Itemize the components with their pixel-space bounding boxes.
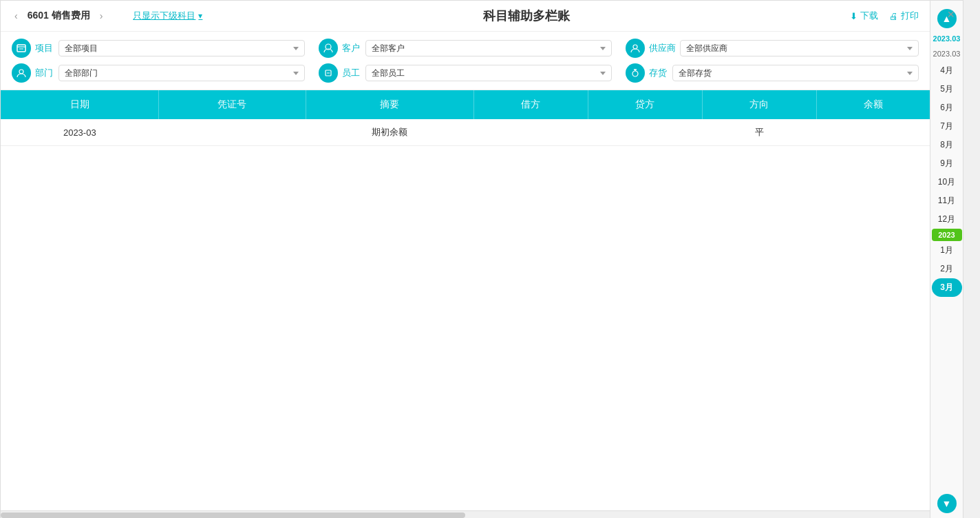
filter-bar: 项目 全部项目 客户 全部客户 bbox=[1, 32, 930, 90]
show-sub-label: 只显示下级科目 bbox=[133, 10, 195, 22]
employee-select[interactable]: 全部员工 bbox=[365, 65, 612, 81]
sidebar-period-10[interactable]: 10月 bbox=[932, 173, 962, 191]
sidebar-period-2023-03[interactable]: 2023.03 bbox=[932, 46, 962, 61]
col-summary: 摘要 bbox=[306, 90, 473, 119]
horizontal-scrollbar[interactable] bbox=[1, 510, 930, 518]
employee-label: 员工 bbox=[342, 67, 361, 79]
filter-inventory: 存货 全部存货 bbox=[626, 63, 919, 83]
inventory-select[interactable]: 全部存货 bbox=[672, 65, 919, 81]
sidebar-period-3-active[interactable]: 3月 bbox=[932, 278, 962, 297]
filter-customer: 客户 全部客户 bbox=[319, 39, 612, 58]
sidebar-period-12[interactable]: 12月 bbox=[932, 210, 962, 229]
sidebar-period-2023-03-top[interactable]: 2023.03 bbox=[932, 31, 962, 46]
right-sidebar: ▲ 2023.03 2023.03 4月 5月 6月 7月 8月 9月 10月 … bbox=[930, 1, 963, 518]
print-button[interactable]: 🖨 打印 bbox=[889, 10, 919, 22]
sidebar-period-2[interactable]: 2月 bbox=[932, 260, 962, 278]
svg-point-3 bbox=[633, 45, 637, 49]
top-actions: ⬇ 下载 🖨 打印 bbox=[850, 10, 919, 22]
inventory-icon bbox=[626, 63, 645, 83]
department-select[interactable]: 全部部门 bbox=[58, 65, 305, 81]
ledger-table: 日期 凭证号 摘要 借方 贷方 方向 余额 2023-03期初余额平 bbox=[1, 90, 930, 146]
svg-point-7 bbox=[632, 71, 638, 76]
sidebar-period-8[interactable]: 8月 bbox=[932, 136, 962, 154]
project-select[interactable]: 全部项目 bbox=[58, 40, 305, 56]
prev-arrow[interactable]: ‹ bbox=[12, 9, 21, 23]
col-date: 日期 bbox=[1, 90, 159, 119]
supplier-select[interactable]: 全部供应商 bbox=[680, 40, 919, 56]
department-icon bbox=[12, 63, 31, 83]
close-button[interactable]: × bbox=[947, 8, 955, 22]
filter-employee: 员工 全部员工 bbox=[319, 63, 612, 83]
show-sub-select[interactable]: 只显示下级科目 ▾ bbox=[133, 10, 202, 22]
sidebar-down-arrow[interactable]: ▼ bbox=[937, 494, 957, 513]
svg-rect-0 bbox=[17, 45, 25, 52]
filter-supplier: 供应商 全部供应商 bbox=[626, 39, 919, 58]
employee-icon bbox=[319, 63, 338, 83]
download-icon: ⬇ bbox=[850, 11, 858, 21]
project-icon bbox=[12, 39, 31, 58]
table-row: 2023-03期初余额平 bbox=[1, 119, 930, 146]
col-balance: 余额 bbox=[817, 90, 930, 119]
sidebar-period-11[interactable]: 11月 bbox=[932, 191, 962, 210]
chevron-down-icon: ▾ bbox=[198, 11, 202, 21]
sidebar-period-7[interactable]: 7月 bbox=[932, 117, 962, 136]
sidebar-period-9[interactable]: 9月 bbox=[932, 154, 962, 173]
inventory-label: 存货 bbox=[649, 67, 668, 79]
col-credit: 贷方 bbox=[588, 90, 702, 119]
col-direction: 方向 bbox=[702, 90, 816, 119]
svg-point-4 bbox=[19, 70, 23, 74]
col-debit: 借方 bbox=[473, 90, 588, 119]
table-header-row: 日期 凭证号 摘要 借方 贷方 方向 余额 bbox=[1, 90, 930, 119]
customer-icon bbox=[319, 39, 338, 58]
sidebar-period-6[interactable]: 6月 bbox=[932, 99, 962, 117]
filter-project: 项目 全部项目 bbox=[12, 39, 305, 58]
col-voucher: 凭证号 bbox=[159, 90, 306, 119]
department-label: 部门 bbox=[35, 67, 54, 79]
project-label: 项目 bbox=[35, 42, 54, 54]
filter-department: 部门 全部部门 bbox=[12, 63, 305, 83]
sidebar-year-2023[interactable]: 2023 bbox=[932, 229, 962, 241]
supplier-label: 供应商 bbox=[649, 42, 676, 54]
download-button[interactable]: ⬇ 下载 bbox=[850, 10, 878, 22]
table-container[interactable]: 日期 凭证号 摘要 借方 贷方 方向 余额 2023-03期初余额平 bbox=[1, 90, 930, 510]
customer-select[interactable]: 全部客户 bbox=[365, 40, 612, 56]
main-content: 日期 凭证号 摘要 借方 贷方 方向 余额 2023-03期初余额平 bbox=[1, 90, 930, 518]
print-icon: 🖨 bbox=[889, 11, 898, 21]
sidebar-period-4[interactable]: 4月 bbox=[932, 61, 962, 80]
account-code: 6601 销售费用 bbox=[28, 10, 90, 22]
top-bar: ‹ 6601 销售费用 › 只显示下级科目 ▾ 科目辅助多栏账 ⬇ 下载 🖨 打… bbox=[1, 1, 930, 32]
supplier-icon bbox=[626, 39, 645, 58]
page-title: 科目辅助多栏账 bbox=[209, 8, 843, 24]
sidebar-period-1[interactable]: 1月 bbox=[932, 241, 962, 260]
next-arrow[interactable]: › bbox=[97, 9, 106, 23]
sidebar-period-5[interactable]: 5月 bbox=[932, 80, 962, 99]
customer-label: 客户 bbox=[342, 42, 361, 54]
